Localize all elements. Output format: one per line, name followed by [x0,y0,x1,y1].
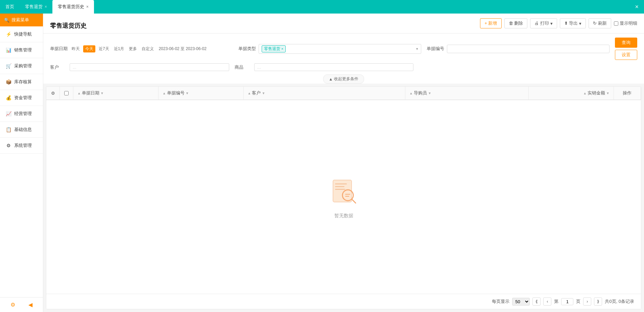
page-number-input[interactable] [561,298,573,305]
page-next-button[interactable]: › [583,297,591,306]
new-button[interactable]: + 新增 [480,18,501,28]
show-detail-checkbox-label[interactable]: 显示明细 [614,20,637,26]
sidebar-item-system-label: 系统管理 [14,142,32,149]
empty-state: 暂无数据 [327,175,361,219]
top-bar-right: × [635,4,644,10]
goods-filter-input[interactable]: ... [254,63,414,71]
sales-icon: 📊 [5,47,11,53]
top-bar: 首页 零售退货 × 零售退货历史 × × [0,0,644,14]
date-btn-more[interactable]: 更多 [127,45,138,52]
collapse-button[interactable]: ▲ 收起更多条件 [323,74,364,84]
sidebar-item-finance-label: 资金管理 [14,95,32,101]
page-first-button[interactable]: ⟪ [532,297,541,306]
type-filter-select[interactable]: 零售退货 × ▾ [259,44,421,54]
date-btn-7days[interactable]: 近7天 [97,45,111,52]
setting-button[interactable]: 设置 [615,50,637,60]
tab-retail-return-history[interactable]: 零售退货历史 × [52,0,94,14]
col-ops: 操作 [614,87,641,99]
collapse-bar: ▲ 收起更多条件 [43,74,644,84]
export-button[interactable]: ⬆ 导出 ▾ [560,18,586,28]
sidebar-item-sales[interactable]: 📊 销售管理 [0,42,43,58]
date-btn-1month[interactable]: 近1月 [113,45,126,52]
sidebar-bottom: ⚙ ◀ [0,297,43,312]
sidebar-item-system[interactable]: ⚙ 系统管理 [0,138,43,154]
type-chip-remove[interactable]: × [281,47,283,51]
sidebar-item-finance[interactable]: 💰 资金管理 [0,90,43,106]
col-date[interactable]: ▲ 单据日期 ▼ [73,87,159,99]
query-button[interactable]: 查询 [615,38,637,48]
customer-placeholder: ... [73,65,76,70]
customer-filter-input[interactable]: ... [70,63,229,71]
show-detail-label: 显示明细 [620,20,637,26]
type-filter-label: 单据类型 [238,46,256,52]
col-num-sort-asc[interactable]: ▲ [163,91,166,95]
page-last-button[interactable]: ⟫ [594,297,602,306]
page-actions: + 新增 🗑 删除 🖨 打印 ▾ ⬆ 导出 ▾ ↻ 刷新 显示明细 [480,18,637,33]
delete-button[interactable]: 🗑 删除 [504,18,528,28]
select-all-checkbox[interactable] [64,91,69,95]
refresh-button[interactable]: ↻ 刷新 [589,18,611,28]
num-filter-label: 单据编号 [427,46,444,52]
system-icon: ⚙ [5,142,11,149]
col-date-sort-desc[interactable]: ▼ [100,91,104,95]
tab-retail-return-history-close[interactable]: × [86,4,89,9]
sidebar-collapse-icon[interactable]: ◀ [28,302,32,308]
export-label: ⬆ 导出 [564,20,578,26]
purchase-icon: 🛒 [5,63,11,69]
col-check[interactable] [60,87,73,99]
tab-retail-return[interactable]: 零售退货 × [20,0,52,14]
per-page-select[interactable]: 50 20 100 200 [512,298,530,306]
sidebar-item-inventory-label: 库存核算 [14,79,32,85]
date-btn-custom[interactable]: 自定义 [140,45,155,52]
sidebar-settings-icon[interactable]: ⚙ [10,302,15,308]
table-body: 暂无数据 [46,100,641,294]
sidebar-item-basic-info[interactable]: 📋 基础信息 [0,122,43,138]
page-label: 第 [554,298,558,305]
col-guide[interactable]: ▲ 导购员 ▼ [405,87,529,99]
type-chevron-icon: ▾ [416,47,418,51]
tab-home[interactable]: 首页 [0,0,20,14]
sidebar-item-purchase-label: 采购管理 [14,63,32,69]
export-dropdown-icon[interactable]: ▾ [579,21,581,26]
table-container: ⚙ ▲ 单据日期 ▼ ▲ 单据编号 ▼ ▲ 客户 ▼ [46,86,641,309]
type-chip-label: 零售退货 [264,46,280,52]
sidebar-item-purchase[interactable]: 🛒 采购管理 [0,58,43,74]
date-btn-yesterday[interactable]: 昨天 [70,45,81,52]
svg-rect-2 [335,186,344,187]
col-guide-label: 导购员 [414,90,427,96]
col-customer[interactable]: ▲ 客户 ▼ [244,87,406,99]
sidebar-item-inventory[interactable]: 📦 库存核算 [0,74,43,90]
col-amount[interactable]: ▲ 实销金额 ▼ [529,87,614,99]
date-btn-today[interactable]: 今天 [83,45,95,52]
col-num[interactable]: ▲ 单据编号 ▼ [159,87,244,99]
col-guide-sort-desc[interactable]: ▼ [428,91,431,95]
sidebar-item-operations[interactable]: 📈 经营管理 [0,106,43,122]
sidebar-search-label: 搜索菜单 [11,17,29,23]
col-date-label: 单据日期 [82,90,99,96]
show-detail-checkbox[interactable] [614,21,618,26]
col-date-sort-asc[interactable]: ▲ [77,91,81,95]
basic-info-icon: 📋 [5,127,11,133]
col-num-sort-desc[interactable]: ▼ [186,91,189,95]
print-button[interactable]: 🖨 打印 ▾ [530,18,557,28]
col-amount-sort-asc[interactable]: ▲ [583,91,587,95]
collapse-up-icon: ▲ [329,77,333,82]
window-close-button[interactable]: × [635,4,639,10]
table-settings-icon[interactable]: ⚙ [51,91,55,96]
print-label: 🖨 打印 [534,20,549,26]
sidebar-item-quick-nav[interactable]: ⚡ 快捷导航 [0,26,43,42]
finance-icon: 💰 [5,95,11,101]
col-amount-sort-desc[interactable]: ▼ [606,91,610,95]
page-prev-button[interactable]: ‹ [543,297,551,306]
col-customer-sort-desc[interactable]: ▼ [262,91,265,95]
page-header: 零售退货历史 + 新增 🗑 删除 🖨 打印 ▾ ⬆ 导出 ▾ ↻ 刷新 显示明细 [43,14,644,34]
print-dropdown-icon[interactable]: ▾ [550,21,553,26]
tab-retail-return-close[interactable]: × [45,4,47,9]
col-customer-sort-asc[interactable]: ▲ [248,91,251,95]
sidebar-search[interactable]: 🔍 搜索菜单 [0,14,43,26]
tab-bar: 首页 零售退货 × 零售退货历史 × [0,0,635,14]
col-guide-sort-asc[interactable]: ▲ [409,91,413,95]
goods-placeholder: ... [257,65,261,70]
num-filter-input[interactable] [447,45,610,53]
col-settings[interactable]: ⚙ [46,87,60,99]
